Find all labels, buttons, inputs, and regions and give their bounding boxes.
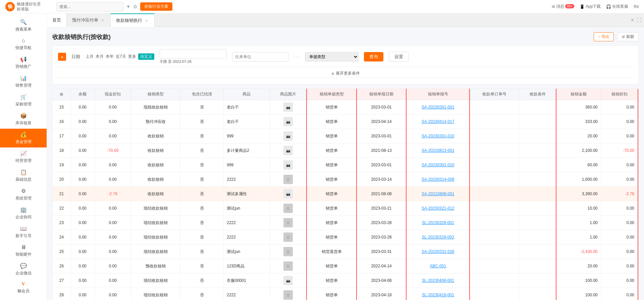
tab-close-all-icon[interactable]: × [631, 17, 634, 23]
tab-bar: 首页 预付冲应付单 × 收款核销执行 × × ⛶ [47, 13, 644, 27]
cell-goods-img: 🖼 [270, 230, 307, 245]
sidebar-label-marketing: 营销推广 [15, 64, 32, 70]
sidebar-item-hardware[interactable]: 🖥 智能硬件 [0, 242, 47, 260]
tab-prepay[interactable]: 预付冲应付单 × [67, 13, 111, 27]
filter-toggle-button[interactable]: » [58, 53, 66, 61]
cell-writeoff-discount: 0.00 [601, 129, 638, 143]
cell-writeoff-type: 现结收款核销 [131, 288, 180, 300]
cell-bill-date: 2022-04-14 [357, 259, 407, 273]
bill-no-link[interactable]: SL-20230418-001 [422, 293, 454, 297]
cell-bill-no[interactable]: SA-20210808-001 [406, 187, 470, 201]
messages-button[interactable]: ✉ 消息 99+ [552, 4, 574, 9]
table-scroll[interactable]: ⚙ 余额 现金折扣 核销类型 包含已结清 商品 商品图片 核销单据类型 核销单报… [53, 89, 638, 300]
date-opt-last-month[interactable]: 上月 [86, 54, 94, 59]
th-setting[interactable]: ⚙ [53, 89, 71, 100]
search-input[interactable] [56, 2, 123, 11]
sidebar-item-system[interactable]: ⚙ 系统管理 [0, 185, 47, 204]
sidebar-item-inventory[interactable]: 📦 库存核算 [0, 110, 47, 129]
cell-no: 25 [53, 245, 71, 259]
cell-bill-no[interactable]: SA-20230414-017 [406, 115, 470, 129]
bill-no-link[interactable]: SA-20230321-012 [422, 206, 454, 211]
bill-no-link[interactable]: SA-20210813-001 [422, 148, 454, 153]
bill-type-select[interactable]: 单据类型 [305, 52, 359, 61]
sidebar-item-wechat[interactable]: 💬 企业微信 [0, 260, 47, 279]
cell-bill-date: 2023-04-18 [357, 288, 407, 300]
bill-no-link[interactable]: SA-20230301-010 [422, 134, 454, 138]
sidebar-item-corp[interactable]: 🏢 企业协同 [0, 204, 47, 223]
cell-receipt-order-no [470, 259, 519, 273]
cell-bill-no[interactable]: SL-20230328-001 [406, 216, 470, 230]
sidebar-item-search[interactable]: 🔍 搜索菜单 [0, 16, 47, 35]
sidebar-item-member[interactable]: V 畅会员 [0, 279, 47, 297]
goods-image: 🖼 [283, 247, 293, 256]
cell-writeoff-amount: 360.00 [556, 100, 601, 115]
messages-badge: 99+ [565, 4, 574, 8]
sidebar-item-sales[interactable]: 📊 销售管理 [0, 72, 47, 91]
cell-bill-type: 销货单 [307, 259, 357, 273]
bill-no-link[interactable]: SA-20230414-017 [422, 119, 454, 124]
cell-bill-date: 2023-03-21 [357, 201, 407, 216]
bill-no-link[interactable]: SA-20230314-008 [422, 177, 454, 182]
table-row: 24 0.00 0.00 现结收款核销 否 2222 🖼 销货单 2023-03… [53, 230, 638, 245]
sidebar-item-marketing[interactable]: 📢 营销推广 [0, 53, 47, 72]
export-button[interactable]: ↑ 导出 [594, 32, 614, 41]
bill-no-link[interactable]: SA-20230301-010 [422, 163, 454, 167]
app-download-button[interactable]: 📱 App下载 [580, 4, 601, 9]
cell-bill-no[interactable]: SA-20230301-010 [406, 129, 470, 143]
cell-writeoff-amount: 2,100.00 [556, 143, 601, 158]
cell-bill-no[interactable]: SA-20210813-001 [406, 143, 470, 158]
sidebar-item-finance[interactable]: 💰 资金管理 [0, 129, 47, 147]
sidebar-label-wechat: 企业微信 [15, 270, 32, 276]
goods-image: 🖼 [283, 261, 293, 271]
cell-bill-no[interactable]: SL-20230418-001 [406, 288, 470, 300]
date-range-input[interactable] [160, 49, 227, 58]
bill-no-link[interactable]: SL-20230328-001 [422, 220, 454, 225]
cell-bill-no[interactable]: SA-20230321-012 [406, 201, 470, 216]
bill-no-link[interactable]: SL-20230328-002 [422, 235, 454, 240]
cell-bill-no[interactable]: SA-20230301-001 [406, 100, 470, 115]
date-opt-more[interactable]: 更多 [128, 54, 136, 59]
tab-writeoff-close[interactable]: × [144, 18, 149, 23]
tab-fullscreen-icon[interactable]: ⛶ [637, 17, 641, 23]
refresh-button[interactable]: ↺ 刷新 [617, 32, 639, 41]
cell-bill-no[interactable]: SL-20230408-001 [406, 273, 470, 288]
cell-bill-no[interactable]: SA-20230301-010 [406, 158, 470, 172]
setting-button[interactable]: 设置 [389, 52, 409, 62]
tab-prepay-close[interactable]: × [100, 18, 105, 23]
cell-writeoff-type: 收款核销 [131, 143, 180, 158]
tab-home[interactable]: 首页 [47, 13, 67, 27]
user-menu[interactable]: Rit [634, 4, 639, 9]
bill-no-link[interactable]: SA-20210808-001 [422, 191, 454, 196]
query-button[interactable]: 查询 [364, 52, 383, 61]
sidebar-item-guide[interactable]: 📖 新手引导 [0, 223, 47, 242]
industry-solution-button[interactable]: 休验行业方案 [140, 2, 172, 11]
cell-goods-img: 📷 [270, 158, 307, 172]
bill-no-link[interactable]: SA-20230301-001 [422, 105, 454, 110]
date-opt-this-month[interactable]: 本月 [96, 54, 104, 59]
date-opt-this-year[interactable]: 本年 [106, 54, 114, 59]
main-layout: 🔍 搜索菜单 ⌂ 快捷导航 📢 营销推广 📊 销售管理 🛒 采购管理 📦 库存核… [0, 13, 644, 300]
cell-bill-no[interactable]: SL-20230328-002 [406, 230, 470, 245]
gear-icon[interactable]: ⚙ [133, 4, 138, 9]
cell-bill-no[interactable]: SA-20230331-026 [406, 245, 470, 259]
sidebar-item-operation[interactable]: 📈 经营管理 [0, 147, 47, 166]
bill-no-link[interactable]: ABC-001 [430, 264, 446, 268]
expand-more-button[interactable]: ∨ 展开更多条件 [58, 69, 633, 78]
bill-no-link[interactable]: SL-20230408-001 [422, 278, 454, 283]
tab-writeoff[interactable]: 收款核销执行 × [111, 13, 155, 27]
date-opt-7days[interactable]: 近7天 [116, 54, 126, 59]
cell-bill-no[interactable]: SA-20230314-008 [406, 172, 470, 187]
date-opt-custom[interactable]: 自定义 [138, 53, 154, 60]
cell-bill-no[interactable]: ABC-001 [406, 259, 470, 273]
sidebar-item-shortcut[interactable]: ⌂ 快捷导航 [0, 35, 47, 53]
cell-goods: 测试多属性 [223, 187, 270, 201]
sidebar-item-basic[interactable]: 📋 基础信息 [0, 166, 47, 185]
online-service-button[interactable]: 🎧 在线客服 [606, 4, 628, 9]
logo-text: 畅捷通好生意标准版 [17, 2, 41, 11]
from-unit-input[interactable] [232, 52, 288, 61]
goods-image: 🖼 [283, 175, 293, 184]
bill-no-link[interactable]: SA-20230331-026 [422, 249, 454, 254]
sidebar-item-purchase[interactable]: 🛒 采购管理 [0, 91, 47, 110]
table-row: 27 0.00 0.00 现结收款核销 否 衣服00001 📷 销货单 2023… [53, 273, 638, 288]
cell-included-settled: 否 [180, 172, 223, 187]
